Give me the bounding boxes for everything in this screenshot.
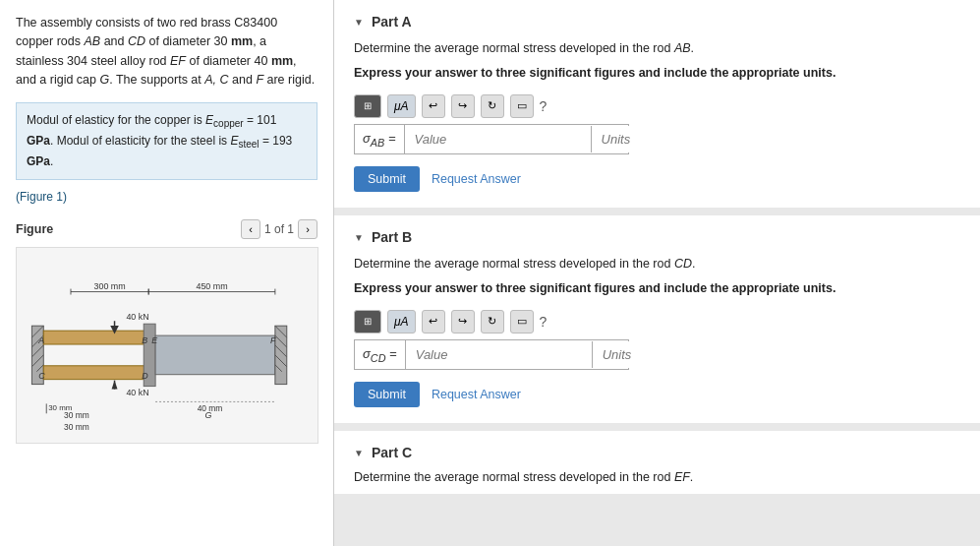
- problem-description: The assembly consists of two red brass C…: [16, 14, 317, 91]
- part-a-arrow: ▼: [354, 17, 364, 28]
- refresh-icon: ↻: [488, 99, 496, 112]
- part-b-btn-row: Submit Request Answer: [354, 382, 960, 407]
- part-b-submit-btn[interactable]: Submit: [354, 382, 420, 407]
- figure-label: Figure: [16, 222, 53, 236]
- screen-icon: ▭: [517, 99, 527, 112]
- part-c-section: ▼ Part C Determine the average normal st…: [334, 431, 980, 494]
- right-panel: ▼ Part A Determine the average normal st…: [334, 0, 980, 546]
- figure-nav: ‹ 1 of 1 ›: [241, 219, 317, 239]
- part-a-answer-row: σAB =: [354, 124, 629, 155]
- undo-icon: ↩: [429, 99, 437, 112]
- grid-icon-b: ⊞: [364, 316, 372, 327]
- part-a-instruction1: Determine the average normal stress deve…: [354, 39, 960, 58]
- part-b-screen-btn[interactable]: ▭: [510, 310, 534, 334]
- part-b-units-input[interactable]: [593, 341, 681, 368]
- mu-icon-b: μΑ: [394, 315, 409, 329]
- svg-rect-15: [43, 332, 148, 345]
- svg-rect-18: [155, 336, 275, 376]
- redo-icon: ↪: [458, 99, 467, 112]
- figure-page: 1 of 1: [264, 222, 294, 236]
- part-b-mu-btn[interactable]: μΑ: [387, 310, 416, 334]
- svg-text:40 kN: 40 kN: [126, 389, 148, 398]
- part-b-refresh-btn[interactable]: ↻: [481, 310, 504, 334]
- svg-text:30 mm: 30 mm: [48, 404, 73, 413]
- part-b-section: ▼ Part B Determine the average normal st…: [334, 215, 980, 423]
- part-a-grid-btn[interactable]: ⊞: [354, 94, 381, 118]
- svg-text:30 mm: 30 mm: [64, 423, 89, 433]
- part-c-header[interactable]: ▼ Part C: [354, 445, 960, 460]
- part-a-value-input[interactable]: [405, 126, 592, 152]
- svg-text:A: A: [37, 335, 44, 345]
- grid-icon: ⊞: [364, 100, 372, 111]
- part-a-sigma-label: σAB =: [355, 125, 405, 154]
- part-b-undo-btn[interactable]: ↩: [422, 310, 445, 334]
- part-a-submit-btn[interactable]: Submit: [354, 166, 420, 192]
- svg-text:B: B: [142, 335, 147, 345]
- svg-text:300 mm: 300 mm: [93, 281, 125, 291]
- figure-reference[interactable]: (Figure 1): [16, 190, 317, 204]
- part-a-title: Part A: [372, 14, 412, 30]
- svg-text:450 mm: 450 mm: [196, 281, 227, 291]
- part-a-section: ▼ Part A Determine the average normal st…: [334, 0, 980, 208]
- part-a-request-answer-link[interactable]: Request Answer: [432, 172, 521, 186]
- svg-rect-16: [43, 366, 148, 380]
- part-b-value-input[interactable]: [406, 341, 593, 368]
- part-b-answer-row: σCD =: [354, 339, 629, 371]
- part-b-toolbar: ⊞ μΑ ↩ ↪ ↻ ▭ ?: [354, 310, 960, 334]
- part-a-help-icon[interactable]: ?: [540, 98, 548, 114]
- figure-canvas: 300 mm 450 mm: [16, 247, 318, 444]
- svg-text:40 mm: 40 mm: [198, 404, 223, 414]
- part-c-instruction: Determine the average normal stress deve…: [354, 470, 960, 484]
- modulus-info: Modul of elasticy for the copper is Ecop…: [16, 102, 317, 181]
- figure-header: Figure ‹ 1 of 1 ›: [16, 219, 317, 239]
- left-panel: The assembly consists of two red brass C…: [0, 0, 334, 546]
- part-b-header[interactable]: ▼ Part B: [354, 229, 960, 245]
- part-b-title: Part B: [372, 229, 412, 245]
- mu-icon: μΑ: [394, 99, 409, 113]
- part-b-request-answer-link[interactable]: Request Answer: [432, 388, 521, 401]
- figure-svg: 300 mm 450 mm: [17, 248, 317, 443]
- part-c-title: Part C: [372, 445, 412, 460]
- part-a-screen-btn[interactable]: ▭: [510, 94, 534, 118]
- screen-icon-b: ▭: [517, 315, 527, 328]
- part-b-help-icon[interactable]: ?: [540, 314, 548, 330]
- part-b-grid-btn[interactable]: ⊞: [354, 310, 381, 334]
- part-b-arrow: ▼: [354, 232, 364, 243]
- part-a-instruction2: Express your answer to three significant…: [354, 64, 960, 83]
- part-a-btn-row: Submit Request Answer: [354, 166, 960, 192]
- undo-icon-b: ↩: [429, 315, 437, 328]
- svg-text:F: F: [270, 335, 276, 345]
- part-b-instruction1: Determine the average normal stress deve…: [354, 255, 960, 273]
- part-c-arrow: ▼: [354, 448, 364, 458]
- part-b-sigma-label: σCD =: [355, 340, 406, 370]
- refresh-icon-b: ↻: [488, 315, 496, 328]
- part-a-units-input[interactable]: [592, 126, 680, 152]
- svg-text:40 kN: 40 kN: [126, 313, 148, 323]
- svg-text:E: E: [151, 335, 158, 345]
- part-b-instruction2: Express your answer to three significant…: [354, 279, 960, 298]
- figure-prev-btn[interactable]: ‹: [241, 219, 260, 239]
- part-a-refresh-btn[interactable]: ↻: [481, 94, 504, 118]
- svg-text:D: D: [142, 371, 148, 381]
- part-a-mu-btn[interactable]: μΑ: [387, 94, 416, 118]
- part-a-undo-btn[interactable]: ↩: [422, 94, 445, 118]
- redo-icon-b: ↪: [458, 315, 467, 328]
- part-a-toolbar: ⊞ μΑ ↩ ↪ ↻ ▭ ?: [354, 94, 960, 118]
- part-a-header[interactable]: ▼ Part A: [354, 14, 960, 30]
- figure-section: Figure ‹ 1 of 1 › 300 mm: [16, 219, 317, 444]
- svg-text:C: C: [38, 371, 45, 381]
- part-b-redo-btn[interactable]: ↪: [451, 310, 475, 334]
- part-a-redo-btn[interactable]: ↪: [451, 94, 475, 118]
- figure-next-btn[interactable]: ›: [298, 219, 317, 239]
